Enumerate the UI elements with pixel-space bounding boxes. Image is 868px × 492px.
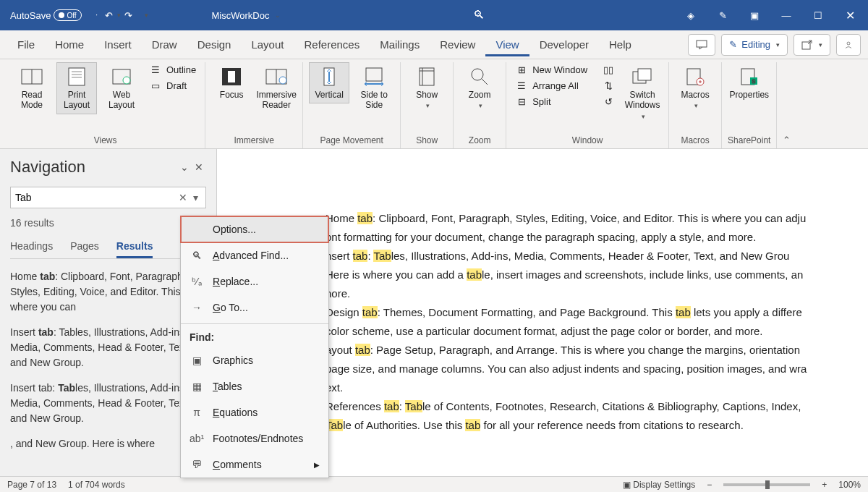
tab-developer[interactable]: Developer bbox=[529, 33, 599, 56]
arrange-all-button[interactable]: ☰Arrange All bbox=[512, 78, 590, 93]
chevron-down-icon: ▾ bbox=[694, 102, 698, 110]
status-words[interactable]: 1 of 704 words bbox=[68, 480, 125, 490]
menu-footnotes[interactable]: ab¹Footnotes/Endnotes bbox=[181, 425, 328, 451]
submenu-arrow-icon: ▶ bbox=[314, 461, 320, 469]
nav-search-input[interactable] bbox=[15, 192, 176, 203]
macros-button[interactable]: Macros▾ bbox=[675, 62, 715, 114]
properties-button[interactable]: SProperties bbox=[729, 62, 770, 103]
minimize-button[interactable]: — bbox=[773, 4, 800, 26]
tab-design[interactable]: Design bbox=[187, 33, 242, 56]
diamond-icon[interactable]: ◈ bbox=[677, 4, 705, 26]
group-label-views: Views bbox=[94, 134, 117, 148]
result-item[interactable]: Home tab: Clipboard, Font, Paragraph, St… bbox=[10, 269, 206, 315]
reset-window-button[interactable]: ↺ bbox=[599, 94, 618, 109]
zoom-in-button[interactable]: + bbox=[822, 480, 827, 490]
clear-search-icon[interactable]: ✕ bbox=[176, 192, 190, 203]
print-layout-button[interactable]: Print Layout bbox=[56, 62, 97, 114]
navigation-title: Navigation bbox=[10, 158, 177, 177]
nav-tab-pages[interactable]: Pages bbox=[70, 240, 99, 258]
search-dropdown-icon[interactable]: ▾ bbox=[190, 192, 201, 203]
window-icon[interactable]: ▣ bbox=[741, 4, 768, 26]
outline-button[interactable]: ☰Outline bbox=[146, 62, 199, 77]
group-label-sharepoint: SharePoint bbox=[728, 134, 770, 148]
nav-collapse-icon[interactable]: ⌄ bbox=[177, 158, 192, 176]
search-icon[interactable]: 🔍︎ bbox=[473, 9, 485, 22]
focus-button[interactable]: Focus bbox=[211, 62, 252, 103]
menu-separator bbox=[181, 323, 328, 324]
menu-tables[interactable]: ▦Tables bbox=[181, 373, 328, 399]
tab-mailings[interactable]: Mailings bbox=[370, 33, 430, 56]
draft-button[interactable]: ▭Draft bbox=[146, 78, 199, 93]
autosave-state: Off bbox=[67, 12, 76, 20]
view-side-by-side-button[interactable]: ▯▯ bbox=[599, 62, 618, 77]
document-title[interactable]: MiscWorkDoc⌄ bbox=[212, 10, 281, 21]
print-layout-label: Print Layout bbox=[59, 90, 95, 111]
menu-equations[interactable]: πEquations bbox=[181, 399, 328, 425]
switch-windows-label: Switch Windows bbox=[624, 90, 660, 111]
tab-insert[interactable]: Insert bbox=[94, 33, 142, 56]
display-settings-button[interactable]: ▣ Display Settings bbox=[623, 480, 695, 490]
tab-home[interactable]: Home bbox=[45, 33, 94, 56]
chevron-down-icon: ▾ bbox=[642, 113, 645, 121]
vertical-button[interactable]: Vertical bbox=[309, 62, 349, 103]
result-item[interactable]: Insert tab: Tables, Illustrations, Add-i… bbox=[10, 325, 206, 370]
nav-search-box[interactable]: ✕ ▾ bbox=[10, 187, 206, 208]
show-button[interactable]: Show▾ bbox=[407, 62, 447, 114]
tab-layout[interactable]: Layout bbox=[241, 33, 294, 56]
zoom-out-button[interactable]: − bbox=[707, 480, 712, 490]
share-button[interactable]: ▾ bbox=[793, 34, 830, 56]
svg-line-30 bbox=[482, 79, 488, 85]
comments-button[interactable] bbox=[688, 34, 715, 56]
tab-references[interactable]: References bbox=[294, 33, 370, 56]
brush-icon[interactable]: ✎ bbox=[709, 4, 736, 26]
tab-review[interactable]: Review bbox=[430, 33, 485, 56]
tab-draw[interactable]: Draw bbox=[142, 33, 187, 56]
replace-icon: ᵇ⁄ₐ bbox=[190, 276, 204, 287]
menu-options[interactable]: Options... bbox=[181, 216, 328, 242]
result-item[interactable]: , and New Group. Here is where bbox=[10, 436, 206, 451]
zoom-slider[interactable] bbox=[723, 483, 810, 486]
result-item[interactable]: Insert tab: Tables, Illustrations, Add-i… bbox=[10, 381, 206, 426]
status-page[interactable]: Page 7 of 13 bbox=[7, 480, 56, 490]
results-count: 16 results bbox=[10, 217, 206, 229]
split-button[interactable]: ⊟Split bbox=[512, 94, 590, 109]
zoom-button[interactable]: Zoom▾ bbox=[459, 62, 500, 114]
menu-comments[interactable]: 💬︎Comments▶ bbox=[181, 451, 328, 478]
group-views: Read Mode Print Layout Web Layout ☰Outli… bbox=[6, 62, 205, 148]
svg-rect-6 bbox=[697, 41, 707, 47]
nav-close-icon[interactable]: ✕ bbox=[192, 158, 206, 176]
maximize-button[interactable]: ☐ bbox=[804, 4, 832, 26]
tab-help[interactable]: Help bbox=[599, 33, 642, 56]
zoom-level[interactable]: 100% bbox=[838, 480, 861, 490]
menu-graphics[interactable]: ▣Graphics bbox=[181, 347, 328, 373]
tab-view[interactable]: View bbox=[485, 33, 529, 56]
sync-scroll-button[interactable]: ⇅ bbox=[599, 78, 618, 93]
close-button[interactable]: ✕ bbox=[836, 4, 864, 26]
tab-file[interactable]: File bbox=[7, 33, 45, 56]
redo-icon[interactable]: ↷ bbox=[122, 9, 135, 22]
search-options-menu: Options... 🔍︎Advanced Find... ᵇ⁄ₐReplace… bbox=[180, 216, 329, 478]
immersive-reader-button[interactable]: Immersive Reader bbox=[256, 62, 297, 114]
menu-replace[interactable]: ᵇ⁄ₐReplace... bbox=[181, 268, 328, 294]
switch-windows-button[interactable]: Switch Windows▾ bbox=[622, 62, 663, 124]
new-window-label: New Window bbox=[532, 64, 587, 75]
arrange-all-label: Arrange All bbox=[532, 80, 579, 91]
macros-label: Macros bbox=[681, 90, 709, 100]
editing-mode-button[interactable]: ✎Editing▾ bbox=[721, 34, 788, 56]
menu-goto[interactable]: →Go To... bbox=[181, 294, 328, 321]
read-mode-button[interactable]: Read Mode bbox=[12, 62, 52, 114]
menu-advanced-find[interactable]: 🔍︎Advanced Find... bbox=[181, 242, 328, 268]
collapse-ribbon-button[interactable]: ⌃ bbox=[777, 132, 796, 148]
autosave-toggle[interactable]: AutoSave Off bbox=[4, 7, 88, 24]
new-window-button[interactable]: ⊞New Window bbox=[512, 62, 590, 77]
quick-access-icon[interactable]: ▾ bbox=[138, 9, 151, 22]
side-to-side-button[interactable]: Side to Side bbox=[354, 62, 394, 114]
nav-tab-headings[interactable]: Headings bbox=[10, 240, 53, 258]
save-icon[interactable] bbox=[90, 9, 103, 22]
account-button[interactable] bbox=[836, 34, 861, 56]
nav-tab-results[interactable]: Results bbox=[116, 240, 153, 258]
svg-rect-18 bbox=[228, 71, 235, 82]
web-layout-button[interactable]: Web Layout bbox=[101, 62, 142, 114]
undo-icon[interactable]: ↶▾ bbox=[106, 9, 119, 22]
group-label-immersive: Immersive bbox=[234, 134, 274, 148]
